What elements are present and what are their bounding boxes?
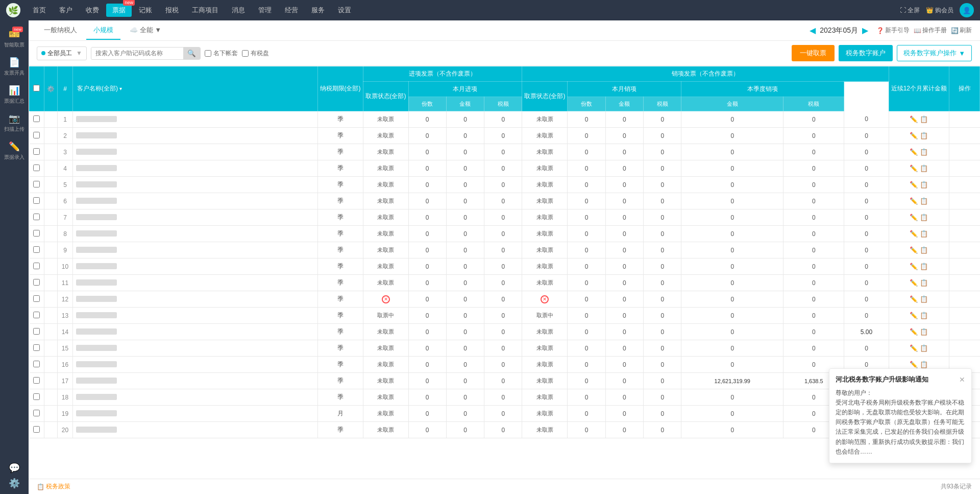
row-checkbox[interactable] (33, 377, 40, 384)
edit-btn[interactable]: ✏️ (910, 361, 918, 368)
row-checkbox[interactable] (33, 344, 40, 351)
row-checkbox[interactable] (33, 328, 40, 335)
row-checkbox[interactable] (33, 230, 40, 237)
copy-btn[interactable]: 📋 (920, 164, 928, 172)
copy-btn[interactable]: 📋 (920, 246, 928, 254)
search-input[interactable] (91, 48, 183, 59)
copy-btn[interactable]: 📋 (920, 312, 928, 319)
sub-ledger-filter[interactable]: 名下帐套 (205, 49, 238, 58)
row-checkbox[interactable] (33, 279, 40, 286)
sidebar-item-1[interactable]: 📄发票开具 (1, 53, 28, 81)
prev-month-btn[interactable]: ◀ (810, 26, 816, 35)
edit-btn[interactable]: ✏️ (910, 279, 918, 287)
new-guide-btn[interactable]: ❓ 新手引导 (876, 26, 910, 35)
edit-btn[interactable]: ✏️ (910, 328, 918, 336)
row-checkbox[interactable] (33, 393, 40, 400)
row-checkbox[interactable] (33, 181, 40, 187)
edit-btn[interactable]: ✏️ (910, 164, 918, 172)
copy-btn[interactable]: 📋 (920, 115, 928, 123)
logo[interactable]: 🌿 (6, 3, 20, 17)
row-checkbox[interactable] (33, 295, 40, 302)
edit-btn[interactable]: ✏️ (910, 148, 918, 156)
row-checkbox[interactable] (33, 132, 40, 138)
edit-btn[interactable]: ✏️ (910, 246, 918, 254)
tax-policy-link[interactable]: 📋 税务政策 (37, 482, 70, 491)
nav-item-经营[interactable]: 经营 (279, 4, 304, 17)
member-btn[interactable]: 👑 购会员 (926, 6, 953, 15)
copy-btn[interactable]: 📋 (920, 263, 928, 270)
row-checkbox[interactable] (33, 148, 40, 155)
sidebar-chat-icon[interactable]: 💬 (9, 462, 20, 474)
edit-btn[interactable]: ✏️ (910, 115, 918, 123)
copy-btn[interactable]: 📋 (920, 132, 928, 139)
row-qtr-amount-cell: 0 (681, 291, 783, 308)
row-checkbox[interactable] (33, 214, 40, 220)
popup-close-btn[interactable]: ✕ (959, 375, 965, 384)
nav-item-报税[interactable]: 报税 (159, 4, 185, 17)
sidebar-settings-icon[interactable]: ⚙️ (9, 478, 20, 489)
select-all-checkbox[interactable] (33, 85, 40, 91)
refresh-btn[interactable]: 🔄 刷新 (951, 26, 972, 35)
edit-btn[interactable]: ✏️ (910, 295, 918, 303)
avatar[interactable]: 👤 (960, 3, 974, 17)
nav-item-设置[interactable]: 设置 (332, 4, 357, 17)
row-qtr-amount-cell: 0 (681, 111, 783, 128)
sub-nav-item-1[interactable]: 小规模 (86, 21, 120, 40)
nav-item-记账[interactable]: 记账 (133, 4, 158, 17)
has-tax-filter[interactable]: 有税盘 (242, 49, 269, 58)
row-checkbox[interactable] (33, 197, 40, 204)
row-checkbox[interactable] (33, 312, 40, 318)
row-checkbox[interactable] (33, 410, 40, 416)
edit-btn[interactable]: ✏️ (910, 344, 918, 352)
sidebar-badge: new (12, 27, 23, 32)
one-key-btn[interactable]: 一键取票 (792, 45, 835, 61)
copy-btn[interactable]: 📋 (920, 344, 928, 352)
copy-btn[interactable]: 📋 (920, 295, 928, 303)
nav-item-首页[interactable]: 首页 (27, 4, 52, 17)
employee-filter[interactable]: 全部员工 ▼ (37, 46, 87, 60)
row-checkbox[interactable] (33, 426, 40, 433)
edit-btn[interactable]: ✏️ (910, 197, 918, 205)
nav-item-客户[interactable]: 客户 (53, 4, 79, 17)
copy-btn[interactable]: 📋 (920, 361, 928, 368)
row-checkbox[interactable] (33, 115, 40, 122)
nav-item-消息[interactable]: 消息 (226, 4, 251, 17)
copy-btn[interactable]: 📋 (920, 230, 928, 238)
edit-btn[interactable]: ✏️ (910, 181, 918, 189)
search-button[interactable]: 🔍 (183, 48, 200, 59)
copy-btn[interactable]: 📋 (920, 279, 928, 287)
has-tax-checkbox[interactable] (242, 50, 249, 57)
manual-btn[interactable]: 📖 操作手册 (914, 26, 947, 35)
sidebar-item-0[interactable]: 🎫new智能取票 (1, 25, 28, 53)
fullscreen-btn[interactable]: ⛶ 全屏 (900, 6, 920, 15)
copy-btn[interactable]: 📋 (920, 181, 928, 189)
row-checkbox[interactable] (33, 246, 40, 253)
row-checkbox[interactable] (33, 361, 40, 367)
copy-btn[interactable]: 📋 (920, 214, 928, 221)
digital-account-btn[interactable]: 税务数字账户 (839, 45, 893, 61)
nav-item-管理[interactable]: 管理 (252, 4, 278, 17)
row-checkbox[interactable] (33, 164, 40, 171)
sub-nav-item-2[interactable]: ☁️ 全能 ▼ (122, 21, 168, 40)
digital-op-btn[interactable]: 税务数字账户操作 ▼ (897, 45, 972, 61)
sidebar-item-4[interactable]: ✏️票据录入 (1, 137, 28, 165)
nav-item-收费[interactable]: 收费 (80, 4, 105, 17)
qtr-tax: 1,638.5 (804, 378, 823, 384)
nav-item-服务[interactable]: 服务 (305, 4, 331, 17)
sub-nav-item-0[interactable]: 一般纳税人 (37, 21, 84, 40)
sidebar-item-2[interactable]: 📊票据汇总 (1, 81, 28, 109)
edit-btn[interactable]: ✏️ (910, 230, 918, 238)
nav-item-工商项目[interactable]: 工商项目 (186, 4, 225, 17)
sidebar-item-3[interactable]: 📷扫描上传 (1, 109, 28, 137)
copy-btn[interactable]: 📋 (920, 197, 928, 205)
sub-ledger-checkbox[interactable] (205, 50, 211, 57)
copy-btn[interactable]: 📋 (920, 148, 928, 156)
edit-btn[interactable]: ✏️ (910, 214, 918, 221)
row-checkbox[interactable] (33, 263, 40, 269)
edit-btn[interactable]: ✏️ (910, 263, 918, 270)
copy-btn[interactable]: 📋 (920, 328, 928, 336)
edit-btn[interactable]: ✏️ (910, 312, 918, 319)
edit-btn[interactable]: ✏️ (910, 132, 918, 139)
next-month-btn[interactable]: ▶ (862, 26, 868, 35)
nav-item-票据[interactable]: 票据new (106, 4, 132, 17)
